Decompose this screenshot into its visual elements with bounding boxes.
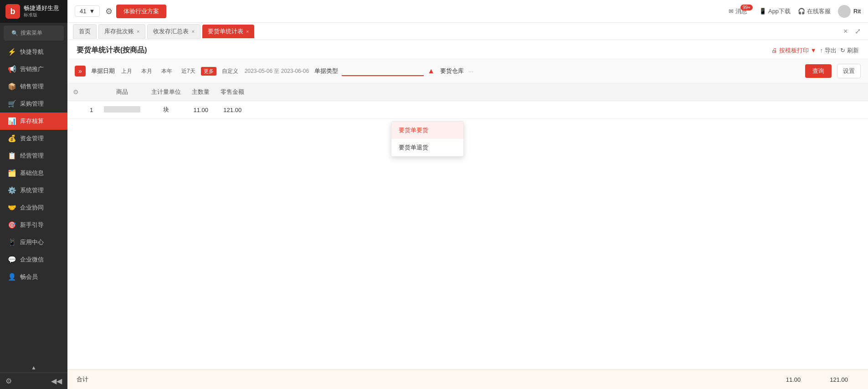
- query-btn[interactable]: 查询: [805, 64, 832, 78]
- col-index: [84, 83, 98, 101]
- topbar-right: ✉ 消息 99+ 📱 App下载 🎧 在线客服 Rit: [729, 5, 861, 18]
- tab-batch-close[interactable]: ×: [137, 29, 139, 34]
- sidebar-item-base[interactable]: 🗂️ 基础信息: [0, 164, 67, 182]
- avatar: [838, 5, 851, 18]
- footer-amount: 121.00: [830, 376, 848, 383]
- sidebar-item-system[interactable]: ⚙️ 系统管理: [0, 182, 67, 199]
- tab-requisition[interactable]: 要货单统计表 ×: [202, 25, 254, 38]
- page-title: 要货单统计表(按商品): [77, 46, 147, 55]
- filter-bar: » 单据日期 上月 本月 本年 近7天 更多 自定义 2023-05-06 至 …: [67, 59, 868, 83]
- type-filter-label: 单据类型: [314, 67, 338, 75]
- print-icon: 🖨: [771, 47, 777, 54]
- dropdown-item-order[interactable]: 要货单要货: [391, 122, 463, 139]
- apps-icon: 📱: [7, 238, 16, 246]
- row-index-cell: 1: [84, 101, 98, 119]
- export-label: 导出: [825, 46, 837, 55]
- type-filter-input[interactable]: [342, 67, 424, 76]
- row-amount-cell: 121.00: [215, 101, 250, 119]
- sidebar-item-label: 采购管理: [20, 100, 44, 108]
- date-last-month-btn[interactable]: 上月: [118, 66, 136, 77]
- footer-collapse-icon[interactable]: ◀◀: [51, 377, 62, 385]
- sidebar-item-marketing[interactable]: 📢 营销推广: [0, 61, 67, 78]
- sidebar-item-wechat[interactable]: 💬 企业微信: [0, 251, 67, 268]
- guide-icon: 🎯: [7, 221, 16, 229]
- filter-settings-btn[interactable]: 设置: [837, 64, 861, 78]
- topbar-settings-icon[interactable]: ⚙: [105, 6, 113, 16]
- close-window-btn[interactable]: ×: [841, 26, 851, 36]
- type-filter-group: 单据类型 ▲: [314, 67, 435, 76]
- messages-btn[interactable]: ✉ 消息 99+: [729, 7, 747, 15]
- dropdown-item-return[interactable]: 要货单退货: [391, 139, 463, 156]
- date-more-badge[interactable]: 更多: [201, 67, 216, 76]
- footer-quantity: 11.00: [786, 376, 801, 383]
- footer-settings-icon[interactable]: ⚙: [5, 377, 12, 385]
- tab-receivables[interactable]: 收发存汇总表 ×: [147, 24, 200, 39]
- tab-requisition-close[interactable]: ×: [246, 29, 249, 34]
- sidebar-item-inventory[interactable]: 📊 库存核算: [0, 113, 67, 130]
- system-icon: ⚙️: [7, 186, 16, 194]
- inventory-icon: 📊: [7, 117, 16, 125]
- row-extra-cell: [250, 101, 868, 119]
- window-controls: × ⤢: [841, 26, 863, 36]
- col-extra: [250, 83, 868, 101]
- table-footer: 合计 11.00 121.00: [67, 369, 868, 389]
- date-this-month-btn[interactable]: 本月: [138, 66, 156, 77]
- col-settings: ⚙: [67, 83, 84, 101]
- logo-icon: b: [5, 4, 20, 19]
- refresh-btn[interactable]: ↻ 刷新: [840, 46, 859, 55]
- sidebar-item-guide[interactable]: 🎯 新手引导: [0, 216, 67, 234]
- date-range-display: 2023-05-06 至 2023-06-06: [245, 67, 309, 75]
- col-settings-icon[interactable]: ⚙: [73, 88, 79, 96]
- sidebar-item-operations[interactable]: 📋 经营管理: [0, 147, 67, 164]
- row-quantity-cell: 11.00: [186, 101, 215, 119]
- sidebar-item-label: 新手引导: [20, 221, 44, 229]
- branch-selector[interactable]: 41 ▼: [75, 5, 100, 17]
- sidebar-item-label: 企业微信: [20, 256, 44, 264]
- wechat-icon: 💬: [7, 256, 16, 264]
- table-row: 1 块 11.00 121.00: [67, 101, 868, 119]
- expand-window-btn[interactable]: ⤢: [853, 26, 863, 36]
- tab-home-label: 首页: [79, 27, 91, 36]
- search-menu[interactable]: 🔍 搜索菜单: [4, 26, 64, 41]
- sidebar-item-label: 快捷导航: [20, 48, 44, 56]
- date-filter-label: 单据日期: [91, 67, 115, 75]
- tab-requisition-label: 要货单统计表: [208, 27, 243, 36]
- export-icon: ↑: [820, 47, 823, 54]
- sidebar-item-cooperation[interactable]: 🤝 企业协同: [0, 199, 67, 216]
- app-download-icon: 📱: [759, 8, 766, 15]
- sidebar-item-sales[interactable]: 📦 销售管理: [0, 78, 67, 95]
- col-unit: 主计量单位: [146, 83, 186, 101]
- date-custom-btn[interactable]: 自定义: [218, 66, 242, 77]
- sidebar-item-members[interactable]: 👤 畅会员: [0, 268, 67, 286]
- sales-icon: 📦: [7, 82, 16, 91]
- warehouse-filter-group: 要货仓库 ···: [440, 67, 473, 75]
- type-filter-toggle[interactable]: ▲: [427, 67, 435, 75]
- app-download-btn[interactable]: 📱 App下载: [759, 7, 791, 15]
- filter-expand-btn[interactable]: »: [75, 66, 86, 77]
- dropdown-arrow-icon: ▼: [89, 8, 95, 15]
- service-icon: 🎧: [798, 8, 805, 15]
- page-header: 要货单统计表(按商品) 🖨 按模板打印 ▼ ↑ 导出 ↻ 刷新: [67, 40, 868, 59]
- warehouse-filter-dots[interactable]: ···: [468, 68, 473, 75]
- user-name: Rit: [853, 8, 861, 15]
- sidebar-item-finance[interactable]: 💰 资金管理: [0, 130, 67, 147]
- refresh-label: 刷新: [847, 46, 859, 55]
- scroll-up-btn[interactable]: ▲: [31, 364, 36, 371]
- trial-btn[interactable]: 体验行业方案: [116, 5, 166, 18]
- tab-batch[interactable]: 库存批次账 ×: [98, 24, 145, 39]
- sidebar-item-purchase[interactable]: 🛒 采购管理: [0, 95, 67, 113]
- tab-home[interactable]: 首页: [73, 24, 97, 39]
- online-service-btn[interactable]: 🎧 在线客服: [798, 7, 831, 15]
- export-btn[interactable]: ↑ 导出: [820, 46, 837, 55]
- sidebar-item-quick-nav[interactable]: ⚡ 快捷导航: [0, 43, 67, 61]
- branch-value: 41: [80, 8, 86, 15]
- marketing-icon: 📢: [7, 65, 16, 73]
- date-this-year-btn[interactable]: 本年: [158, 66, 176, 77]
- type-dropdown: 要货单要货 要货单退货: [391, 121, 464, 157]
- tab-receivables-close[interactable]: ×: [191, 29, 194, 34]
- user-area[interactable]: Rit: [838, 5, 861, 18]
- date-7days-btn[interactable]: 近7天: [178, 66, 199, 77]
- print-btn[interactable]: 🖨 按模板打印 ▼: [771, 46, 817, 55]
- topbar: 41 ▼ ⚙ 体验行业方案 ✉ 消息 99+ 📱 App下载 🎧 在线客服 R: [67, 0, 868, 23]
- sidebar-item-apps[interactable]: 📱 应用中心: [0, 234, 67, 251]
